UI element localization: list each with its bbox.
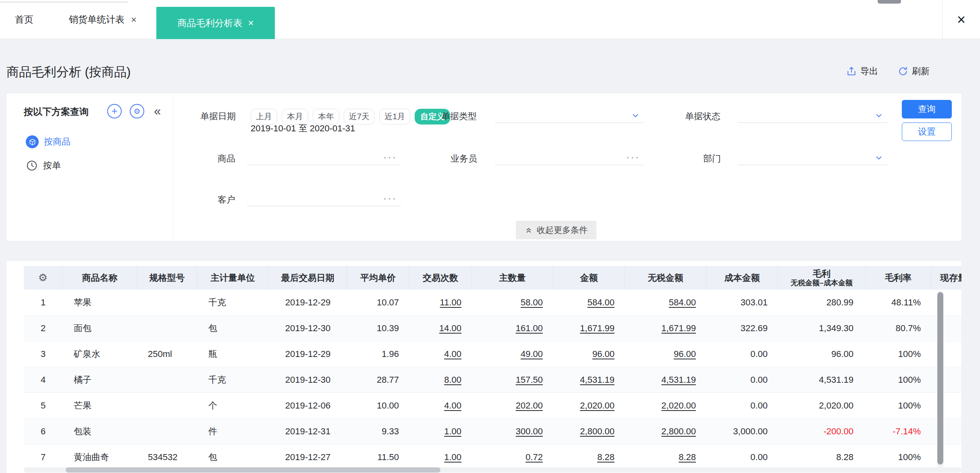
- export-button[interactable]: 导出: [846, 65, 878, 77]
- date-range-chip[interactable]: 近1月: [379, 109, 410, 124]
- table-row[interactable]: 3矿泉水250ml瓶2019-12-291.964.0049.0096.0096…: [24, 341, 961, 367]
- drilldown-link[interactable]: 96.00: [674, 349, 696, 359]
- drilldown-link[interactable]: 4,531.19: [661, 375, 696, 385]
- cell-unit: 个: [197, 393, 269, 418]
- table-row[interactable]: 1苹果千克2019-12-2910.0711.0058.00584.00584.…: [24, 290, 961, 315]
- department-select[interactable]: [737, 147, 887, 165]
- drilldown-link[interactable]: 161.00: [516, 323, 543, 334]
- drilldown-link[interactable]: 2,800.00: [580, 426, 615, 437]
- add-scheme-button[interactable]: +: [107, 104, 122, 118]
- cell-stock: [931, 341, 961, 367]
- table-row[interactable]: 4橘子千克2019-12-3028.778.00157.504,531.194,…: [24, 367, 961, 393]
- column-header-stock[interactable]: 现存量: [931, 266, 961, 290]
- refresh-label: 刷新: [912, 65, 930, 77]
- drilldown-link[interactable]: 300.00: [516, 426, 543, 437]
- cell-stock: [931, 290, 961, 315]
- cell-profit: 2,020.00: [778, 393, 866, 418]
- drilldown-link[interactable]: 4.00: [444, 400, 461, 411]
- drilldown-link[interactable]: 96.00: [592, 349, 615, 359]
- tab-close-icon[interactable]: ×: [131, 15, 137, 25]
- drilldown-link[interactable]: 584.00: [588, 297, 615, 308]
- table-row[interactable]: 7黄油曲奇534532包2019-12-2711.501.000.728.288…: [24, 444, 961, 470]
- tab-home[interactable]: 首页: [15, 0, 33, 39]
- drilldown-link[interactable]: 4,531.19: [580, 375, 615, 385]
- column-header-unit[interactable]: 主计量单位: [197, 266, 269, 290]
- doc-status-select[interactable]: [737, 105, 887, 123]
- tab-profit-report-active[interactable]: 商品毛利分析表 ×: [156, 7, 275, 39]
- cell-stock: [931, 315, 961, 341]
- drilldown-link[interactable]: 2,800.00: [661, 426, 696, 437]
- drilldown-link[interactable]: 202.00: [516, 400, 543, 411]
- cell-qty: 161.00: [472, 315, 553, 341]
- collapse-panel-icon[interactable]: «: [154, 104, 161, 118]
- column-header-last_date[interactable]: 最后交易日期: [269, 266, 347, 290]
- query-button[interactable]: 查询: [902, 100, 952, 118]
- cell-amount: 584.00: [553, 290, 625, 315]
- drilldown-link[interactable]: 2,020.00: [661, 400, 696, 411]
- column-header-num[interactable]: ⚙: [24, 266, 62, 290]
- table-row[interactable]: 5芒果个2019-12-0610.004.00202.002,020.002,0…: [24, 393, 961, 419]
- top-scrollbar-thumb[interactable]: [878, 0, 901, 4]
- settings-button[interactable]: 设置: [902, 122, 952, 141]
- column-header-spec[interactable]: 规格型号: [137, 266, 197, 290]
- tab-sales-report[interactable]: 销货单统计表 ×: [69, 0, 137, 39]
- cell-margin: -7.14%: [866, 419, 931, 444]
- drilldown-link[interactable]: 0.72: [525, 452, 543, 463]
- horizontal-scrollbar-thumb[interactable]: [66, 467, 440, 473]
- doc-type-select[interactable]: [495, 105, 644, 123]
- customer-picker-input[interactable]: ···: [247, 189, 401, 206]
- scheme-item-by-order[interactable]: 按单: [26, 157, 61, 174]
- drilldown-link[interactable]: 58.00: [521, 297, 543, 308]
- drilldown-link[interactable]: 49.00: [521, 349, 543, 359]
- table-header-row: ⚙商品名称规格型号主计量单位最后交易日期平均单价交易次数主数量金额无税金额成本金…: [24, 266, 961, 290]
- product-picker-input[interactable]: ···: [247, 147, 401, 165]
- scheme-item-by-product[interactable]: 按商品: [26, 133, 71, 151]
- drilldown-link[interactable]: 1,671.99: [580, 323, 615, 334]
- column-header-margin[interactable]: 毛利率: [866, 266, 931, 290]
- collapse-more-filters-button[interactable]: 收起更多条件: [516, 221, 596, 239]
- column-header-qty[interactable]: 主数量: [472, 266, 553, 290]
- drilldown-link[interactable]: 584.00: [669, 297, 696, 308]
- column-header-avg_price[interactable]: 平均单价: [347, 266, 409, 290]
- column-header-notax[interactable]: 无税金额: [625, 266, 706, 290]
- drilldown-link[interactable]: 4.00: [444, 349, 461, 359]
- column-header-amount[interactable]: 金额: [553, 266, 625, 290]
- table-row[interactable]: 6包装件2019-12-319.331.00300.002,800.002,80…: [24, 419, 961, 444]
- scheme-settings-button[interactable]: ⚙: [130, 104, 144, 118]
- cell-margin: 100%: [866, 444, 931, 470]
- column-header-times[interactable]: 交易次数: [409, 266, 472, 290]
- column-header-cost[interactable]: 成本金额: [706, 266, 778, 290]
- cell-spec: [137, 367, 197, 392]
- department-filter-label: 部门: [703, 153, 721, 165]
- column-settings-gear-icon[interactable]: ⚙: [38, 272, 48, 284]
- chevron-down-icon: [874, 154, 883, 162]
- drilldown-link[interactable]: 11.00: [440, 297, 461, 308]
- column-header-profit[interactable]: 毛利无税金额–成本金额: [778, 266, 866, 290]
- tab-close-icon[interactable]: ×: [248, 18, 253, 28]
- vertical-scrollbar: [937, 290, 943, 472]
- cell-name: 橘子: [62, 367, 137, 392]
- salesman-picker-input[interactable]: ···: [495, 147, 644, 165]
- cell-spec: [137, 290, 197, 315]
- close-all-tabs-button[interactable]: ×: [942, 0, 980, 39]
- drilldown-link[interactable]: 157.50: [516, 375, 543, 385]
- drilldown-link[interactable]: 8.00: [444, 375, 461, 385]
- refresh-button[interactable]: 刷新: [898, 65, 930, 77]
- cell-amount: 8.28: [553, 444, 625, 470]
- column-header-name[interactable]: 商品名称: [62, 266, 137, 290]
- drilldown-link[interactable]: 1,671.99: [661, 323, 696, 334]
- drilldown-link[interactable]: 1.00: [444, 426, 461, 437]
- cell-num: 6: [24, 419, 62, 444]
- scheme-label: 按商品: [44, 136, 71, 148]
- drilldown-link[interactable]: 8.28: [679, 452, 696, 463]
- query-scheme-panel: 按以下方案查询 + ⚙ « 按商品 按单: [6, 93, 173, 241]
- vertical-scrollbar-thumb[interactable]: [937, 292, 943, 465]
- drilldown-link[interactable]: 8.28: [597, 452, 615, 463]
- table-row[interactable]: 2面包包2019-12-3010.3914.00161.001,671.991,…: [24, 315, 961, 341]
- drilldown-link[interactable]: 2,020.00: [580, 400, 615, 411]
- drilldown-link[interactable]: 1.00: [444, 452, 461, 463]
- drilldown-link[interactable]: 14.00: [439, 323, 461, 334]
- table-body: 1苹果千克2019-12-2910.0711.0058.00584.00584.…: [24, 290, 961, 470]
- date-range-value[interactable]: 2019-10-01 至 2020-01-31: [251, 122, 355, 135]
- cell-profit: 4,531.19: [778, 367, 866, 392]
